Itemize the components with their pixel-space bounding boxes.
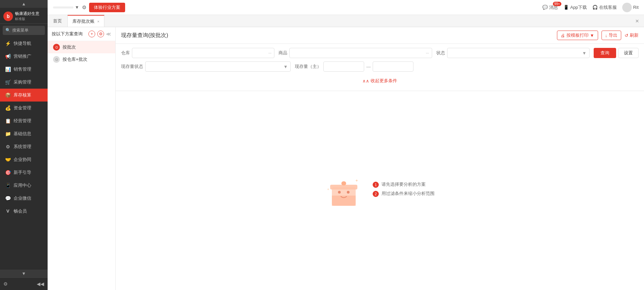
message-icon: 💬 — [542, 5, 548, 10]
sidebar-item-label: 应用中心 — [14, 182, 31, 188]
chevron-up-icon: ∧∧ — [362, 78, 369, 84]
sidebar-item-vip[interactable]: V 畅会员 — [0, 205, 48, 218]
topbar: ▼ ⚙ 体验行业方案 💬 消息 99+ 📱 App下载 🎧 在线客服 Rit — [48, 0, 644, 15]
sidebar-item-apps[interactable]: 📱 应用中心 — [0, 179, 48, 192]
sidebar-item-purchase[interactable]: 🛒 采购管理 — [0, 76, 48, 89]
tab-close-icon[interactable]: × — [97, 19, 99, 23]
filter-area: 仓库 ··· 商品 ··· — [116, 44, 644, 91]
warehouse-more-icon[interactable]: ··· — [268, 51, 271, 55]
sidebar-item-sales[interactable]: 📊 销售管理 — [0, 63, 48, 76]
app-logo: b — [3, 12, 13, 21]
page-header-actions: 🖨 按模板打印 ▼ ↓ 导出 ↺ 刷新 — [557, 31, 639, 40]
filter-row-2: 现存量状态 ▼ 现存量（主） — — [121, 61, 639, 72]
online-service-button[interactable]: 🎧 在线客服 — [592, 4, 617, 11]
breadcrumb-text — [53, 6, 73, 8]
sidebar-scroll-down[interactable]: ▼ — [0, 270, 48, 277]
inventory-icon: 📦 — [5, 92, 11, 98]
warehouse-input[interactable]: ··· — [132, 48, 274, 58]
sidebar-item-inventory[interactable]: 📦 库存核算 — [0, 89, 48, 102]
basic-icon: 📁 — [5, 131, 11, 137]
left-panel: 按以下方案查询 + ⚙ ≪ ⊙ 按批次 ⊙ 按仓库+批次 — [48, 27, 116, 290]
plan-item-by-warehouse-batch[interactable]: ⊙ 按仓库+批次 — [48, 53, 115, 66]
sidebar-item-label: 经营管理 — [14, 118, 31, 124]
content-area: 按以下方案查询 + ⚙ ≪ ⊙ 按批次 ⊙ 按仓库+批次 现存量查询(按批次) — [48, 27, 644, 290]
purchase-icon: 🛒 — [5, 79, 11, 85]
trial-industry-button[interactable]: 体验行业方案 — [89, 3, 125, 12]
hint-text-2: 用过滤条件来缩小分析范围 — [382, 191, 435, 197]
manage-plan-button[interactable]: ⚙ — [97, 31, 104, 37]
topbar-gear-icon[interactable]: ⚙ — [82, 4, 86, 11]
product-input[interactable]: ··· — [289, 48, 432, 58]
sidebar-item-label: 企业微信 — [14, 195, 31, 201]
collapse-filters-button[interactable]: ∧∧ 收起更多条件 — [121, 75, 639, 87]
stock-status-select[interactable]: ▼ — [145, 61, 291, 72]
sidebar-item-label: 企业协同 — [14, 157, 31, 163]
filter-warehouse: 仓库 ··· — [121, 48, 274, 58]
sidebar-item-enterprise[interactable]: 🤝 企业协同 — [0, 153, 48, 166]
tab-home[interactable]: 首页 — [48, 15, 68, 27]
hint-num-1: 1 — [373, 182, 379, 188]
page-title: 现存量查询(按批次) — [121, 32, 168, 39]
sidebar: ▲ b 畅康通好生意 标准版 🔍 搜索菜单 ⚡ 快捷导航 📢 营销推广 📊 销售… — [0, 0, 48, 290]
print-dropdown-icon[interactable]: ▼ — [590, 33, 594, 38]
tab-inventory-batch[interactable]: 库存批次账 × — [68, 15, 104, 27]
print-button[interactable]: 🖨 按模板打印 ▼ — [557, 31, 598, 40]
sidebar-item-basic[interactable]: 📁 基础信息 — [0, 127, 48, 140]
stock-qty-min-input[interactable] — [323, 61, 364, 72]
headset-icon: 🎧 — [592, 5, 598, 10]
app-version: 标准版 — [15, 17, 39, 21]
svg-text:✦: ✦ — [327, 187, 329, 191]
plan-item-by-batch[interactable]: ⊙ 按批次 — [48, 41, 115, 53]
sidebar-item-wechat[interactable]: 💬 企业微信 — [0, 192, 48, 205]
sidebar-item-label: 库存核算 — [14, 92, 31, 98]
query-button[interactable]: 查询 — [594, 48, 616, 58]
user-avatar[interactable]: Rit — [622, 3, 639, 12]
topbar-right: 💬 消息 99+ 📱 App下载 🎧 在线客服 Rit — [542, 3, 639, 12]
sidebar-item-marketing[interactable]: 📢 营销推广 — [0, 50, 48, 63]
sidebar-header: b 畅康通好生意 标准版 — [0, 8, 48, 24]
settings-bottom-icon[interactable]: ⚙ — [3, 281, 8, 287]
active-tab-label: 库存批次账 — [72, 18, 95, 24]
sidebar-scroll-up[interactable]: ▲ — [0, 0, 48, 8]
sidebar-item-finance[interactable]: 💰 资金管理 — [0, 102, 48, 114]
topbar-breadcrumb-dropdown[interactable]: ▼ — [53, 5, 79, 10]
messages-button[interactable]: 💬 消息 99+ — [542, 4, 558, 11]
sidebar-item-quick-nav[interactable]: ⚡ 快捷导航 — [0, 37, 48, 50]
product-more-icon[interactable]: ··· — [426, 51, 429, 55]
export-label: 导出 — [609, 32, 617, 38]
collapse-sidebar-icon[interactable]: ◀◀ — [37, 281, 44, 287]
marketing-icon: 📢 — [5, 53, 11, 59]
app-download-button[interactable]: 📱 App下载 — [563, 4, 587, 11]
main-content: ▼ ⚙ 体验行业方案 💬 消息 99+ 📱 App下载 🎧 在线客服 Rit — [48, 0, 644, 290]
empty-svg: ✦ ✦ ✦ — [325, 172, 362, 209]
topbar-left: ▼ ⚙ 体验行业方案 — [53, 3, 538, 12]
plan-label-batch: 按批次 — [63, 44, 76, 50]
quick-nav-icon: ⚡ — [5, 40, 11, 47]
collapse-left-panel-icon[interactable]: ≪ — [106, 31, 111, 37]
right-panel: 现存量查询(按批次) 🖨 按模板打印 ▼ ↓ 导出 ↺ 刷新 — [116, 27, 644, 290]
refresh-button[interactable]: ↺ 刷新 — [625, 32, 639, 38]
tab-close-right-icon[interactable]: ✕ — [630, 15, 644, 27]
search-menu[interactable]: 🔍 搜索菜单 — [3, 26, 45, 35]
enterprise-icon: 🤝 — [5, 157, 11, 163]
online-service-label: 在线客服 — [599, 4, 617, 11]
stock-qty-max-input[interactable] — [373, 61, 413, 72]
status-select[interactable]: ▼ — [447, 48, 590, 58]
vip-icon: V — [5, 208, 11, 214]
stock-status-label: 现存量状态 — [121, 64, 143, 70]
add-plan-button[interactable]: + — [88, 31, 95, 37]
empty-state: ✦ ✦ ✦ 1 请先选择要分析的方案 2 用过滤条件来缩小分析 — [116, 91, 644, 290]
messages-badge: 99+ — [553, 2, 561, 6]
export-button[interactable]: ↓ 导出 — [601, 31, 622, 40]
filter-stock-quantity: 现存量（主） — — [295, 61, 464, 72]
hint-num-2: 2 — [373, 191, 379, 197]
sidebar-item-operations[interactable]: 📋 经营管理 — [0, 114, 48, 127]
sidebar-item-newbie[interactable]: 🎯 新手引导 — [0, 166, 48, 179]
sidebar-item-system[interactable]: ⚙ 系统管理 — [0, 140, 48, 153]
empty-hint-2: 2 用过滤条件来缩小分析范围 — [373, 191, 435, 197]
wechat-icon: 💬 — [5, 195, 11, 201]
settings-button[interactable]: 设置 — [618, 48, 639, 58]
chevron-down-status-icon: ▼ — [582, 51, 587, 56]
sidebar-item-label: 畅会员 — [14, 208, 27, 214]
filter-row-1: 仓库 ··· 商品 ··· — [121, 48, 639, 58]
